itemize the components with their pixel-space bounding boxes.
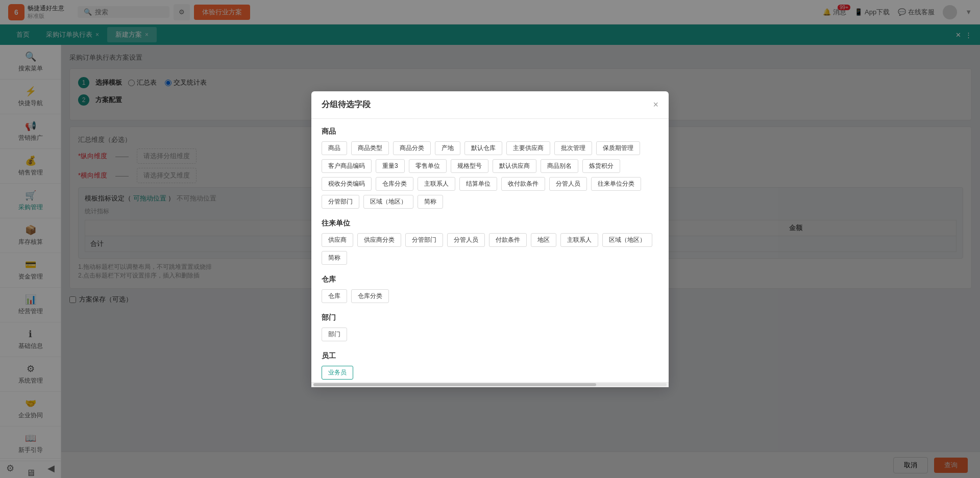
field-tag[interactable]: 商品别名 xyxy=(541,159,578,173)
section-employee-fields: 业务员 xyxy=(322,366,658,380)
modal-body: 商品 商品 商品类型 商品分类 产地 默认仓库 主要供应商 批次管理 保质期管理… xyxy=(311,119,669,383)
field-tag[interactable]: 规格型号 xyxy=(451,159,488,173)
field-tag[interactable]: 仓库分类 xyxy=(376,177,413,191)
field-tag[interactable]: 供应商 xyxy=(322,233,353,247)
modal-scrollbar-track xyxy=(311,382,669,387)
section-warehouse: 仓库 仓库 仓库分类 xyxy=(322,275,658,303)
field-tag[interactable]: 分管人员 xyxy=(447,233,485,247)
field-tag[interactable]: 分管人员 xyxy=(549,177,587,191)
field-tag[interactable]: 部门 xyxy=(322,328,347,341)
field-tag[interactable]: 批次管理 xyxy=(554,141,592,155)
field-tag[interactable]: 默认仓库 xyxy=(464,141,502,155)
field-tag[interactable]: 供应商分类 xyxy=(357,233,401,247)
field-tag[interactable]: 主要供应商 xyxy=(506,141,550,155)
field-tag[interactable]: 往来单位分类 xyxy=(591,177,641,191)
section-contacts-title: 往来单位 xyxy=(322,219,658,228)
field-tag[interactable]: 保质期管理 xyxy=(596,141,640,155)
modal-scrollbar-thumb[interactable] xyxy=(313,383,596,386)
field-tag[interactable]: 商品分类 xyxy=(393,141,431,155)
section-employee: 员工 业务员 xyxy=(322,351,658,380)
field-tag[interactable]: 主联系人 xyxy=(560,233,598,247)
section-goods-title: 商品 xyxy=(322,127,658,136)
field-tag[interactable]: 分管部门 xyxy=(405,233,443,247)
field-tag[interactable]: 简称 xyxy=(322,251,347,265)
field-tag[interactable]: 地区 xyxy=(531,233,556,247)
section-dept-title: 部门 xyxy=(322,313,658,322)
modal-title: 分组待选字段 xyxy=(322,99,371,110)
field-tag[interactable]: 区域（地区） xyxy=(602,233,652,247)
modal-close-button[interactable]: × xyxy=(653,100,658,109)
field-tag[interactable]: 主联系人 xyxy=(418,177,455,191)
field-tag[interactable]: 商品类型 xyxy=(351,141,389,155)
section-warehouse-title: 仓库 xyxy=(322,275,658,284)
modal-overlay: 分组待选字段 × 商品 商品 商品类型 商品分类 产地 默认仓库 主要供应商 批… xyxy=(0,0,980,478)
field-tag[interactable]: 简称 xyxy=(418,195,443,209)
modal-header: 分组待选字段 × xyxy=(311,91,669,119)
field-tag[interactable]: 结算单位 xyxy=(459,177,497,191)
field-tag[interactable]: 付款条件 xyxy=(489,233,527,247)
field-tag[interactable]: 业务员 xyxy=(322,366,353,380)
field-tag[interactable]: 仓库分类 xyxy=(351,289,389,303)
field-tag[interactable]: 仓库 xyxy=(322,289,347,303)
field-tag[interactable]: 分管部门 xyxy=(322,195,359,209)
field-tag[interactable]: 区域（地区） xyxy=(363,195,413,209)
section-dept-fields: 部门 xyxy=(322,328,658,341)
field-tag[interactable]: 重量3 xyxy=(376,159,405,173)
field-tag[interactable]: 默认供应商 xyxy=(493,159,536,173)
field-tag[interactable]: 炼货积分 xyxy=(582,159,620,173)
section-contacts: 往来单位 供应商 供应商分类 分管部门 分管人员 付款条件 地区 主联系人 区域… xyxy=(322,219,658,265)
section-contacts-fields: 供应商 供应商分类 分管部门 分管人员 付款条件 地区 主联系人 区域（地区） … xyxy=(322,233,658,265)
section-dept: 部门 部门 xyxy=(322,313,658,341)
modal-dialog: 分组待选字段 × 商品 商品 商品类型 商品分类 产地 默认仓库 主要供应商 批… xyxy=(311,91,669,387)
field-tag[interactable]: 客户商品编码 xyxy=(322,159,372,173)
section-goods: 商品 商品 商品类型 商品分类 产地 默认仓库 主要供应商 批次管理 保质期管理… xyxy=(322,127,658,209)
section-goods-fields: 商品 商品类型 商品分类 产地 默认仓库 主要供应商 批次管理 保质期管理 客户… xyxy=(322,141,658,209)
section-employee-title: 员工 xyxy=(322,351,658,361)
section-warehouse-fields: 仓库 仓库分类 xyxy=(322,289,658,303)
field-tag[interactable]: 收付款条件 xyxy=(501,177,545,191)
field-tag[interactable]: 零售单位 xyxy=(409,159,447,173)
field-tag[interactable]: 税收分类编码 xyxy=(322,177,372,191)
field-tag[interactable]: 产地 xyxy=(435,141,460,155)
field-tag[interactable]: 商品 xyxy=(322,141,347,155)
